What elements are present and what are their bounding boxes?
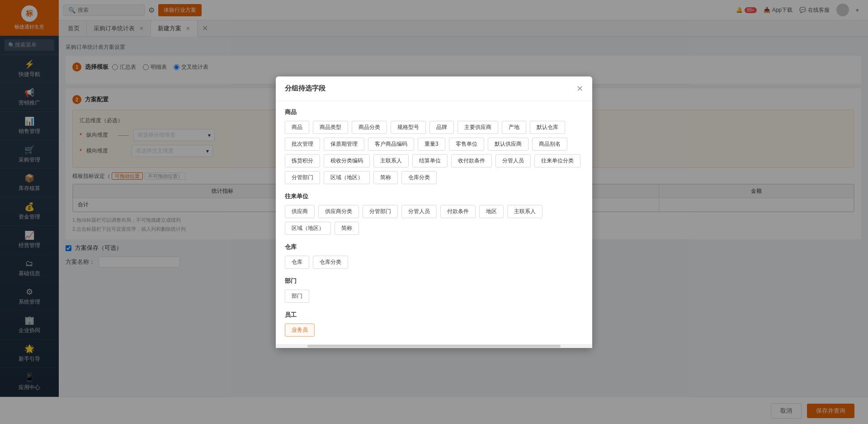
field-grid-2: 仓库仓库分类 [285, 256, 583, 269]
field-tag-1-1[interactable]: 供应商分类 [318, 205, 359, 218]
section-title-0: 商品 [285, 108, 583, 116]
field-tag-0-14[interactable]: 商品别名 [532, 138, 567, 151]
field-tag-0-22[interactable]: 分管部门 [285, 171, 320, 184]
field-tag-1-6[interactable]: 主联系人 [507, 205, 542, 218]
field-tag-1-3[interactable]: 分管人员 [401, 205, 437, 218]
field-tag-0-10[interactable]: 客户商品编码 [368, 138, 414, 151]
field-tag-0-24[interactable]: 简称 [373, 171, 398, 184]
field-section-0: 商品商品商品类型商品分类规格型号品牌主要供应商产地默认仓库批次管理保质期管理客户… [285, 108, 583, 184]
modal-body: 商品商品商品类型商品分类规格型号品牌主要供应商产地默认仓库批次管理保质期管理客户… [276, 101, 592, 344]
field-tag-0-9[interactable]: 保质期管理 [324, 138, 364, 151]
field-tag-0-18[interactable]: 结算单位 [412, 154, 448, 167]
field-section-2: 仓库仓库仓库分类 [285, 243, 583, 269]
field-tag-0-7[interactable]: 默认仓库 [530, 121, 565, 134]
field-tag-0-3[interactable]: 规格型号 [391, 121, 426, 134]
field-tag-1-8[interactable]: 简称 [335, 222, 359, 235]
modal-horizontal-scrollbar[interactable] [276, 344, 592, 348]
field-tag-0-15[interactable]: 拣货积分 [285, 154, 320, 167]
field-tag-0-12[interactable]: 零售单位 [449, 138, 484, 151]
field-tag-0-17[interactable]: 主联系人 [373, 154, 409, 167]
field-tag-0-2[interactable]: 商品分类 [352, 121, 387, 134]
field-tag-1-2[interactable]: 分管部门 [363, 205, 398, 218]
field-tag-0-6[interactable]: 产地 [502, 121, 526, 134]
field-tag-0-0[interactable]: 商品 [285, 121, 309, 134]
field-tag-0-16[interactable]: 税收分类编码 [324, 154, 370, 167]
hscroll-thumb[interactable] [307, 345, 561, 348]
field-grid-0: 商品商品类型商品分类规格型号品牌主要供应商产地默认仓库批次管理保质期管理客户商品… [285, 121, 583, 184]
field-tag-0-4[interactable]: 品牌 [429, 121, 454, 134]
field-tag-1-4[interactable]: 付款条件 [440, 205, 476, 218]
field-grid-3: 部门 [285, 290, 583, 303]
field-tag-4-0[interactable]: 业务员 [285, 324, 315, 337]
field-tag-1-7[interactable]: 区域（地区） [285, 222, 331, 235]
field-tag-0-5[interactable]: 主要供应商 [458, 121, 498, 134]
section-title-4: 员工 [285, 311, 583, 319]
field-tag-1-5[interactable]: 地区 [479, 205, 504, 218]
modal-close-button[interactable]: ✕ [576, 84, 583, 94]
field-section-4: 员工业务员 [285, 311, 583, 337]
field-tag-0-19[interactable]: 收付款条件 [451, 154, 492, 167]
section-title-2: 仓库 [285, 243, 583, 251]
field-tag-3-0[interactable]: 部门 [285, 290, 309, 303]
field-tag-2-0[interactable]: 仓库 [285, 256, 309, 269]
field-tag-0-8[interactable]: 批次管理 [285, 138, 320, 151]
field-tag-0-1[interactable]: 商品类型 [313, 121, 348, 134]
field-section-1: 往来单位供应商供应商分类分管部门分管人员付款条件地区主联系人区域（地区）简称 [285, 192, 583, 235]
field-tag-0-21[interactable]: 往来单位分类 [534, 154, 580, 167]
field-section-3: 部门部门 [285, 277, 583, 303]
field-tag-0-25[interactable]: 仓库分类 [401, 171, 437, 184]
field-tag-0-20[interactable]: 分管人员 [495, 154, 531, 167]
section-title-1: 往来单位 [285, 192, 583, 200]
field-grid-1: 供应商供应商分类分管部门分管人员付款条件地区主联系人区域（地区）简称 [285, 205, 583, 235]
section-title-3: 部门 [285, 277, 583, 285]
modal-title: 分组待选字段 [285, 84, 326, 93]
modal-header: 分组待选字段 ✕ [276, 76, 592, 101]
field-tag-0-13[interactable]: 默认供应商 [488, 138, 528, 151]
field-tag-0-11[interactable]: 重量3 [418, 138, 445, 151]
field-grid-4: 业务员 [285, 324, 583, 337]
field-tag-2-1[interactable]: 仓库分类 [313, 256, 348, 269]
modal-select-fields: 分组待选字段 ✕ 商品商品商品类型商品分类规格型号品牌主要供应商产地默认仓库批次… [276, 76, 592, 348]
field-tag-1-0[interactable]: 供应商 [285, 205, 315, 218]
field-tag-0-23[interactable]: 区域（地区） [324, 171, 370, 184]
